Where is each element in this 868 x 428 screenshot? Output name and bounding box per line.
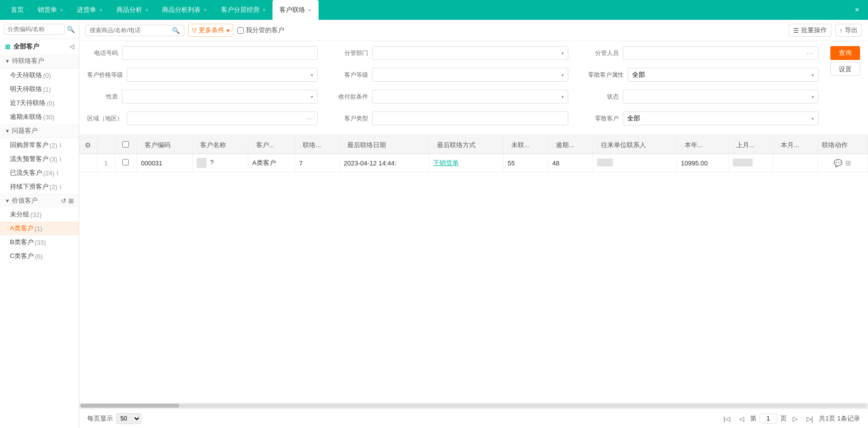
- filter-retail-customer: 零散客户 全部 ▾: [588, 111, 818, 125]
- nav-customer-segment-close[interactable]: ×: [263, 7, 266, 13]
- sidebar-collapse-button[interactable]: ◁: [69, 43, 74, 50]
- sidebar-item-churn-warning[interactable]: 流失预警客户(3) ℹ: [0, 152, 79, 166]
- page-number-input[interactable]: [760, 414, 777, 424]
- column-last-contact-date: :最后联络日期: [339, 137, 429, 154]
- phone-input[interactable]: [122, 46, 318, 60]
- chevron-down-icon: ▾: [812, 72, 814, 78]
- nav-purchase-order[interactable]: 进货单 ×: [70, 0, 109, 20]
- export-button[interactable]: ↑ 导出: [835, 24, 863, 37]
- person-select[interactable]: ···: [623, 46, 818, 60]
- my-customers-checkbox[interactable]: [237, 27, 244, 34]
- search-input[interactable]: [90, 27, 170, 34]
- sidebar-group-problem-customers[interactable]: ▼ 问题客户: [0, 124, 79, 138]
- row-contact-count: 7: [295, 154, 339, 172]
- column-this-month: :本月...: [773, 137, 817, 154]
- sidebar-item-c-class[interactable]: C类客户(6): [0, 249, 79, 263]
- nature-select[interactable]: ▾: [122, 90, 318, 104]
- info-icon: ℹ: [59, 184, 61, 190]
- retail-attr-select[interactable]: 全部 ▾: [628, 68, 818, 82]
- column-customer-name: :客户名称: [192, 137, 248, 154]
- column-this-year: :本年...: [677, 137, 728, 154]
- sidebar-item-b-class[interactable]: B类客户(33): [0, 235, 79, 249]
- filter-payment-terms: 收付款条件 ▾: [337, 90, 568, 104]
- horizontal-scrollbar[interactable]: [79, 403, 868, 409]
- nav-customer-contact-close[interactable]: ×: [308, 7, 311, 13]
- sidebar-item-overdue-contact[interactable]: 逾期未联络(30): [0, 110, 79, 124]
- column-customer-code: :客户编码: [137, 137, 192, 154]
- sidebar-search-input[interactable]: [4, 24, 65, 35]
- chat-icon[interactable]: 💬: [834, 159, 842, 167]
- row-number: 1: [97, 154, 115, 172]
- sidebar-group-pending-contact[interactable]: ▼ 待联络客户: [0, 54, 79, 68]
- add-icon[interactable]: ⊞: [68, 197, 74, 205]
- nav-product-analysis[interactable]: 商品分析 ×: [109, 0, 155, 20]
- row-last-month: [728, 154, 773, 172]
- nav-product-analysis-close[interactable]: ×: [145, 7, 148, 13]
- filter-customer-type: 客户类型: [337, 111, 568, 125]
- sidebar-item-a-class[interactable]: A类客户(1): [0, 221, 79, 235]
- scrollbar-thumb[interactable]: [80, 404, 179, 408]
- column-checkbox: [115, 137, 137, 154]
- nav-sales-order-close[interactable]: ×: [60, 7, 63, 13]
- customer-level-select[interactable]: ▾: [372, 68, 568, 82]
- next-page-button[interactable]: ▷: [790, 414, 801, 424]
- column-settings[interactable]: ⚙: [79, 137, 97, 154]
- filter-person: 分管人员 ···: [588, 46, 818, 60]
- nav-customer-contact[interactable]: 客户联络 ×: [272, 0, 318, 20]
- per-page-area: 每页显示 50 100 200: [87, 413, 141, 424]
- refresh-icon[interactable]: ↺: [61, 197, 66, 205]
- sidebar-item-today-contact[interactable]: 今天待联络(0): [0, 68, 79, 82]
- sidebar-all-customers[interactable]: ⊞ 全部客户 ◁: [0, 39, 79, 54]
- column-last-month: :上月...: [728, 137, 773, 154]
- filter-department: 分管部门 ▾: [337, 46, 568, 60]
- sidebar-item-7days-contact[interactable]: 近7天待联络(0): [0, 96, 79, 110]
- arrow-icon: ▼: [5, 128, 10, 134]
- per-page-select[interactable]: 50 100 200: [116, 413, 141, 424]
- nav-sales-order[interactable]: 销货单 ×: [31, 0, 70, 20]
- last-page-button[interactable]: ▷|: [804, 414, 816, 424]
- nav-purchase-order-close[interactable]: ×: [99, 7, 102, 13]
- grid-icon: ⊞: [5, 43, 10, 51]
- search-button[interactable]: 查询: [830, 46, 860, 60]
- batch-operations-button[interactable]: ☰ 批量操作: [789, 24, 831, 37]
- region-select[interactable]: ···: [127, 111, 318, 125]
- price-level-select[interactable]: ▾: [127, 68, 318, 82]
- filter-row-3: 性质 ▾ 收付款条件 ▾: [87, 90, 818, 104]
- customer-type-input[interactable]: [372, 111, 568, 125]
- prev-page-button[interactable]: ◁: [736, 414, 747, 424]
- sidebar-search-icon[interactable]: 🔍: [67, 26, 75, 33]
- sidebar-search-area: 🔍: [0, 20, 79, 39]
- sidebar-item-churned[interactable]: 已流失客户(24) ℹ: [0, 166, 79, 180]
- nav-product-analysis-list[interactable]: 商品分析列表 ×: [155, 0, 214, 20]
- my-customers-checkbox-area: 我分管的客户: [237, 26, 284, 35]
- nav-customer-segment[interactable]: 客户分层经营 ×: [214, 0, 272, 20]
- payment-terms-select[interactable]: ▾: [372, 90, 568, 104]
- arrow-icon: ▼: [5, 198, 10, 204]
- select-all-checkbox[interactable]: [122, 141, 129, 148]
- sidebar-item-declining[interactable]: 持续下滑客户(2) ℹ: [0, 180, 79, 194]
- pagination-area: |◁ ◁ 第 页 ▷ ▷| 共1页 1条记录: [720, 414, 860, 424]
- nav-product-analysis-list-close[interactable]: ×: [204, 7, 207, 13]
- filter-region: 区域（地区） ···: [87, 111, 318, 125]
- batch-icon: ☰: [793, 27, 799, 34]
- sidebar-item-repurchase-anomaly[interactable]: 回购异常客户(2) ℹ: [0, 138, 79, 152]
- more-action-icon[interactable]: ⊞: [845, 159, 851, 167]
- sidebar-item-unclassified[interactable]: 未分组(32): [0, 208, 79, 221]
- department-select[interactable]: ▾: [372, 46, 568, 60]
- column-number: [97, 137, 115, 154]
- window-close-button[interactable]: ×: [850, 3, 864, 17]
- nav-home[interactable]: 首页: [4, 0, 31, 20]
- retail-customer-select[interactable]: 全部 ▾: [623, 111, 818, 125]
- setting-button[interactable]: 设置: [830, 62, 860, 76]
- first-page-button[interactable]: |◁: [720, 414, 733, 424]
- more-filters-button[interactable]: ▽ 更多条件 ▾: [188, 24, 233, 37]
- column-actions: 联络动作: [817, 137, 868, 154]
- search-icon[interactable]: 🔍: [172, 27, 180, 34]
- gear-icon[interactable]: ⚙: [85, 141, 91, 149]
- status-select[interactable]: ▾: [623, 90, 818, 104]
- last-method-link[interactable]: 下销货单: [433, 159, 459, 166]
- sidebar-item-tomorrow-contact[interactable]: 明天待联络(1): [0, 82, 79, 96]
- chevron-down-icon: ▾: [561, 94, 564, 100]
- row-checkbox[interactable]: [122, 159, 129, 165]
- sidebar-group-value-customers[interactable]: ▼ 价值客户 ↺ ⊞: [0, 194, 79, 208]
